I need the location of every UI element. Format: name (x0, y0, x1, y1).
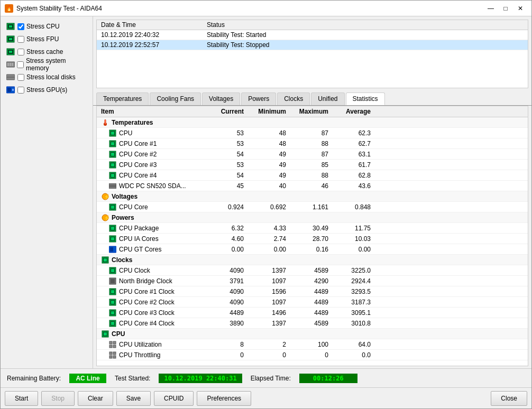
tab-cooling-fans[interactable]: Cooling Fans (150, 92, 201, 105)
voltages-group-icon: ⚡ (101, 193, 109, 200)
content-area: Stress CPU Stress FPU Stress cache (1, 16, 531, 368)
tab-powers[interactable]: Powers (241, 92, 276, 105)
stop-button[interactable]: Stop (41, 391, 75, 406)
window-close-button[interactable]: ✕ (513, 3, 527, 14)
tab-voltages[interactable]: Voltages (202, 92, 240, 105)
stress-memory-item: Stress system memory (5, 59, 88, 70)
svg-rect-11 (10, 63, 11, 66)
row-cpu-core4: CPU Core #4 54 49 88 62.8 (97, 170, 528, 181)
test-started-value: 10.12.2019 22:40:31 (159, 374, 242, 383)
tabs-bar: Temperatures Cooling Fans Voltages Power… (93, 91, 531, 106)
svg-rect-83 (113, 356, 116, 358)
svg-rect-17 (12, 89, 14, 91)
svg-rect-79 (113, 345, 116, 348)
row-nb-clock: North Bridge Clock 3791 1097 4290 2924.4 (97, 276, 528, 286)
stats-body[interactable]: Temperatures CPU (97, 117, 528, 366)
svg-rect-63 (111, 290, 114, 293)
stress-cpu-checkbox[interactable] (17, 23, 24, 30)
svg-rect-32 (111, 163, 114, 166)
cpuid-button[interactable]: CPUID (154, 391, 194, 406)
svg-rect-75 (104, 332, 107, 336)
svg-rect-80 (109, 352, 112, 355)
row-cpu-core1-label: CPU Core #1 (97, 140, 208, 147)
stress-gpu-checkbox[interactable] (17, 87, 24, 94)
title-bar: 🔥 System Stability Test - AIDA64 — □ ✕ (1, 1, 531, 16)
header-item: Item (97, 108, 208, 115)
cpu-ia-icon (108, 235, 117, 243)
maximize-button[interactable]: □ (499, 3, 512, 14)
svg-text:⚡: ⚡ (104, 193, 109, 200)
tab-statistics[interactable]: Statistics (346, 92, 385, 105)
stress-memory-checkbox[interactable] (17, 61, 24, 68)
minimize-button[interactable]: — (484, 3, 498, 14)
header-scroll-spacer (377, 108, 387, 115)
row-wdc: WDC PC SN520 SDA... 45 40 46 43.6 (97, 181, 528, 191)
group-clocks: Clocks (97, 255, 528, 265)
cpu-package-icon (108, 225, 117, 232)
tab-clocks[interactable]: Clocks (277, 92, 310, 105)
cpu-core2-icon (108, 151, 117, 158)
powers-group-icon: ⚡ (101, 214, 109, 221)
stress-local-checkbox[interactable] (17, 74, 24, 81)
svg-rect-50 (111, 237, 114, 240)
log-datetime-1: 10.12.2019 22:40:32 (97, 30, 203, 40)
cpu-group-icon (101, 330, 109, 338)
svg-rect-66 (111, 301, 114, 304)
row-cpu-core3-clock: CPU Core #3 Clock 4489 1496 4489 3095.1 (97, 308, 528, 318)
svg-rect-55 (104, 258, 107, 262)
status-bar: Remaining Battery: AC Line Test Started:… (1, 368, 531, 387)
row-cpu-throttle: CPU Throttling 0 0 0 0.0 (97, 350, 528, 360)
row-cpu-package: CPU Package 6.32 4.33 30.49 11.75 (97, 223, 528, 234)
svg-rect-20 (105, 120, 106, 124)
header-maximum: Maximum (292, 108, 335, 115)
cpu-core1-icon (108, 140, 117, 147)
stress-fpu-label: Stress FPU (26, 35, 59, 43)
start-button[interactable]: Start (5, 391, 38, 406)
header-minimum: Minimum (250, 108, 292, 115)
row-cpu-core-volt: CPU Core 0.924 0.692 1.161 0.848 (97, 202, 528, 212)
group-voltages: ⚡ Voltages (97, 191, 528, 202)
svg-rect-8 (9, 51, 12, 53)
temperatures-icon (101, 119, 109, 126)
log-col-status: Status (203, 20, 528, 30)
preferences-button[interactable]: Preferences (197, 391, 251, 406)
tab-unified[interactable]: Unified (311, 92, 344, 105)
stress-cache-checkbox[interactable] (17, 49, 24, 55)
log-table: Date & Time Status 10.12.2019 22:40:32 S… (97, 20, 528, 50)
svg-rect-81 (113, 352, 116, 355)
row-cpu-core1: CPU Core #1 53 48 88 62.7 (97, 138, 528, 149)
remaining-battery-value: AC Line (69, 374, 106, 383)
row-cpu-temp-label: CPU (97, 129, 208, 137)
svg-rect-12 (12, 63, 13, 66)
stress-cpu-item: Stress CPU (5, 21, 88, 32)
stress-local-icon (6, 73, 15, 81)
svg-rect-72 (111, 322, 114, 325)
group-temperatures: Temperatures (97, 117, 528, 128)
close-button[interactable]: Close (491, 391, 527, 406)
svg-rect-26 (111, 142, 114, 145)
svg-rect-35 (111, 174, 114, 177)
row-cpu-core3: CPU Core #3 53 49 85 61.7 (97, 160, 528, 170)
tab-temperatures[interactable]: Temperatures (96, 92, 149, 105)
svg-rect-23 (111, 132, 114, 135)
test-started-label: Test Started: (115, 375, 150, 382)
row-cpu-gt: CPU GT Cores 0.00 0.00 0.16 0.00 (97, 244, 528, 255)
stress-cache-label: Stress cache (26, 48, 63, 55)
left-panel: Stress CPU Stress FPU Stress cache (1, 16, 93, 368)
cpu-temp-icon (108, 129, 117, 137)
nb-clock-icon (108, 277, 117, 285)
row-cpu-core4-clock: CPU Core #4 Clock 3890 1397 4589 3010.8 (97, 318, 528, 329)
group-temperatures-label: Temperatures (97, 119, 208, 126)
svg-rect-52 (110, 247, 113, 252)
svg-rect-77 (113, 341, 116, 344)
clear-button[interactable]: Clear (78, 391, 113, 406)
elapsed-time-label: Elapsed Time: (251, 375, 291, 382)
row-cpu-ia: CPU IA Cores 4.60 2.74 28.70 10.03 (97, 234, 528, 244)
log-row-2: 10.12.2019 22:52:57 Stability Test: Stop… (97, 40, 528, 50)
stress-fpu-checkbox[interactable] (17, 36, 24, 43)
log-status-2: Stability Test: Stopped (203, 40, 528, 50)
save-button[interactable]: Save (116, 391, 151, 406)
cpu-c2-clock-icon (108, 299, 117, 306)
svg-rect-69 (111, 311, 114, 314)
stress-memory-icon (6, 60, 15, 69)
